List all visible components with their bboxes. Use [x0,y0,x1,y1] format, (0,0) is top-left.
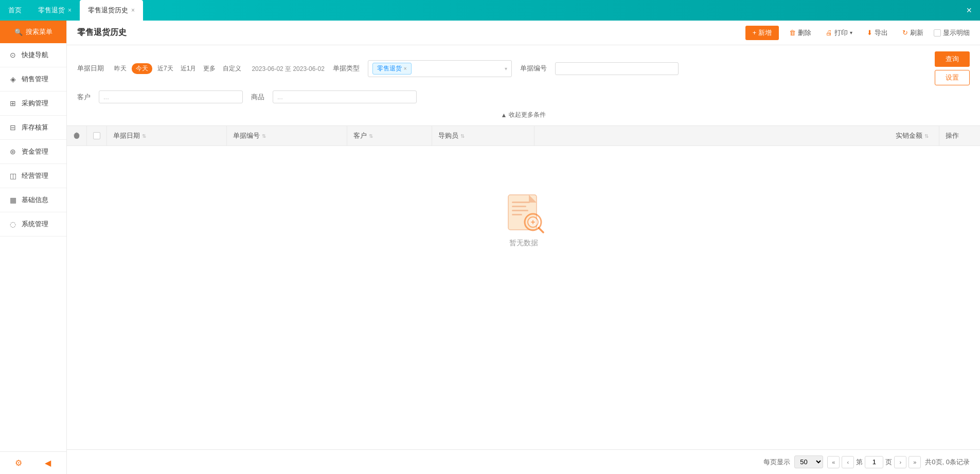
date-btn-1month[interactable]: 近1月 [179,63,199,74]
sales-mgmt-icon: ◈ [8,75,17,84]
th-doc-date[interactable]: 单据日期 ⇅ [107,126,227,146]
collapse-sidebar-icon[interactable]: ◀ [40,455,56,471]
filter-row-1: 单据日期 昨天 今天 近7天 近1月 更多 自定义 2023-06-02 至 2… [77,51,970,85]
sidebar-item-operations[interactable]: ◫ 经营管理 [0,164,66,188]
table-header-row: 单据日期 ⇅ 单据编号 ⇅ 客户 [67,126,980,146]
date-btn-custom[interactable]: 自定义 [221,63,243,74]
remove-type-tag[interactable]: × [404,66,407,71]
tab-retail-return[interactable]: 零售退货 × [30,0,80,21]
next-page-button[interactable]: › [894,456,906,468]
sort-doc-date-icon: ⇅ [142,133,146,139]
print-dropdown-icon: ▾ [850,30,852,35]
sort-doc-no-icon: ⇅ [262,133,266,139]
table-body: 暂无数据 [67,146,980,289]
export-icon: ⬇ [867,29,872,37]
refresh-button[interactable]: ↻ 刷新 [898,26,928,40]
last-page-button[interactable]: » [908,456,921,468]
sidebar-item-system-mgmt[interactable]: ◌ 系统管理 [0,212,66,236]
export-button[interactable]: ⬇ 导出 [863,26,892,40]
refresh-icon: ↻ [902,29,908,37]
empty-state-row: 暂无数据 [67,146,980,289]
date-btn-7days[interactable]: 近7天 [155,63,175,74]
page-number-input[interactable]: 1 [865,456,883,468]
query-set-buttons: 查询 设置 [935,51,970,85]
svg-rect-3 [512,210,528,211]
top-bar: 首页 零售退货 × 零售退货历史 × × [0,0,980,21]
sidebar-item-finance[interactable]: ⊛ 资金管理 [0,140,66,164]
new-button[interactable]: + 新增 [745,26,779,40]
svg-line-7 [539,228,543,232]
th-doc-no[interactable]: 单据编号 ⇅ [227,126,347,146]
page-title: 零售退货历史 [77,27,127,38]
pagination-nav: « ‹ 第 1 页 › » [827,456,921,468]
sort-amount-icon: ⇅ [924,133,929,139]
date-btn-more[interactable]: 更多 [201,63,218,74]
tab-retail-return-history[interactable]: 零售退货历史 × [80,0,143,21]
first-page-button[interactable]: « [827,456,840,468]
sidebar: 🔍 搜索菜单 ⊙ 快捷导航 ◈ 销售管理 ⊞ 采购管理 ⊟ 库存核算 ⊛ 资金管 [0,21,67,474]
purchase-mgmt-icon: ⊞ [8,99,17,108]
window-close-button[interactable]: × [966,5,972,16]
sort-customer-icon: ⇅ [369,133,373,139]
goods-filter-dropdown[interactable]: ... [273,90,417,103]
page-header: 零售退货历史 + 新增 🗑 删除 🖨 打印 ▾ ⬇ 导出 ↻ [67,21,980,45]
page-word: 第 [856,458,863,467]
customer-filter-dropdown[interactable]: ... [99,90,243,103]
collapse-button[interactable]: ▲ 收起更多条件 [501,111,546,119]
page-actions: + 新增 🗑 删除 🖨 打印 ▾ ⬇ 导出 ↻ 刷新 [745,26,970,40]
th-select-all[interactable] [87,126,107,146]
date-filter-group: 昨天 今天 近7天 近1月 更多 自定义 [112,63,243,74]
svg-rect-1 [512,202,530,203]
doc-no-label: 单据编号 [520,64,547,73]
print-button[interactable]: 🖨 打印 ▾ [822,26,857,40]
type-dropdown-arrow: ▾ [505,66,507,71]
filter-row-2: 客户 ... 商品 ... [77,90,970,103]
print-icon: 🖨 [826,29,832,37]
date-btn-today[interactable]: 今天 [132,63,152,74]
total-info: 共0页, 0条记录 [925,458,970,467]
page-unit: 页 [885,458,892,467]
pagination-bar: 每页显示 10 20 50 100 « ‹ 第 1 页 › » 共0页, 0条记… [67,449,980,474]
main-layout: 🔍 搜索菜单 ⊙ 快捷导航 ◈ 销售管理 ⊞ 采购管理 ⊟ 库存核算 ⊛ 资金管 [0,21,980,474]
close-tab-history[interactable]: × [131,7,135,14]
settings-icon[interactable]: ⚙ [10,455,27,471]
select-all-checkbox[interactable] [93,132,100,139]
search-icon: 🔍 [14,28,23,36]
date-filter-label: 单据日期 [77,64,104,73]
sidebar-item-quick-nav[interactable]: ⊙ 快捷导航 [0,43,66,67]
date-btn-yesterday[interactable]: 昨天 [112,63,129,74]
empty-text: 暂无数据 [509,239,538,248]
collapse-icon: ▲ [501,112,507,119]
basic-info-icon: ▦ [8,195,17,205]
sidebar-menu: ⊙ 快捷导航 ◈ 销售管理 ⊞ 采购管理 ⊟ 库存核算 ⊛ 资金管理 ◫ 经营管… [0,43,66,451]
close-tab-retail-return[interactable]: × [68,7,72,14]
display-detail-toggle[interactable]: 显示明细 [934,28,970,38]
sidebar-item-basic-info[interactable]: ▦ 基础信息 [0,188,66,212]
page-size-select[interactable]: 10 20 50 100 [794,455,823,468]
query-button[interactable]: 查询 [935,51,970,67]
set-button[interactable]: 设置 [935,70,970,85]
th-guide[interactable]: 导购员 ⇅ [432,126,534,146]
date-range-display: 2023-06-02 至 2023-06-02 [252,65,324,74]
customer-filter-label: 客户 [77,93,91,102]
sort-guide-icon: ⇅ [460,133,465,139]
sidebar-item-sales-mgmt[interactable]: ◈ 销售管理 [0,67,66,92]
inventory-icon: ⊟ [8,123,17,132]
svg-rect-2 [512,206,526,207]
display-detail-checkbox[interactable] [934,29,941,37]
th-customer[interactable]: 客户 ⇅ [347,126,432,146]
doc-no-input[interactable] [555,62,679,75]
prev-page-button[interactable]: ‹ [842,456,854,468]
type-filter-dropdown[interactable]: 零售退货 × ▾ [368,60,512,77]
sidebar-search[interactable]: 🔍 搜索菜单 [0,21,66,43]
tab-home[interactable]: 首页 [0,0,30,21]
type-tag-retail-return: 零售退货 × [372,63,412,75]
content-area: 零售退货历史 + 新增 🗑 删除 🖨 打印 ▾ ⬇ 导出 ↻ [67,21,980,474]
sidebar-item-inventory[interactable]: ⊟ 库存核算 [0,116,66,140]
operations-icon: ◫ [8,171,17,180]
sidebar-item-purchase-mgmt[interactable]: ⊞ 采购管理 [0,92,66,116]
delete-button[interactable]: 🗑 删除 [785,26,815,40]
system-mgmt-icon: ◌ [8,220,17,229]
th-amount[interactable]: 实销金额 ⇅ [534,126,939,146]
th-gear[interactable] [67,126,87,146]
